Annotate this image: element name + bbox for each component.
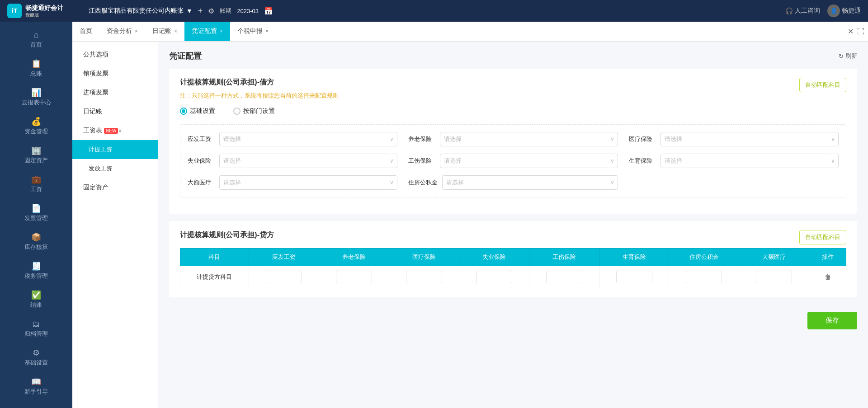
tab-bar-controls: ✕ ⛶ [844,22,868,41]
nav-public-options[interactable]: 公共选项 [72,45,158,64]
sidebar-item-inventory[interactable]: 📦 库存核算 [0,228,72,257]
sidebar-item-salary[interactable]: 💼 工资 [0,170,72,199]
select-pension[interactable]: 请选择 ∨ [440,132,618,146]
main-panel: 凭证配置 ↻ 刷新 计提核算规则(公司承担)-借方 注：只能选择一种方式，系统将… [158,42,868,408]
tab-journal-close[interactable]: × [174,28,177,34]
radio-dept-circle [233,108,241,115]
avatar: 👤 [827,5,840,17]
company-selector[interactable]: 江西服宝精品有限责任公司内账张 ▼ [89,7,193,15]
sidebar-item-cloud-report[interactable]: 📊 云报表中心 [0,83,72,112]
tab-home-label: 首页 [80,27,92,35]
radio-basic-label: 基础设置 [190,107,215,115]
tab-voucher-config[interactable]: 凭证配置 × [184,22,230,41]
user-info[interactable]: 👤 畅捷通 [827,5,861,17]
nav-fixed-assets[interactable]: 固定资产 [72,178,158,197]
sidebar-item-guide[interactable]: 📖 新手引导 [0,372,72,401]
sidebar-item-tax[interactable]: 🧾 税务管理 [0,257,72,286]
tab-voucher-config-label: 凭证配置 [192,27,217,35]
select-housing-fund[interactable]: 请选择 ∨ [442,175,618,190]
cell-subject-label: 计提贷方科目 [180,266,249,288]
credit-section: 计提核算规则(公司承担)-贷方 自动匹配科目 科目 应发工资 养老保险 医疗保险… [169,221,857,297]
form-row-medical: 医疗保险 请选择 ∨ [629,132,839,146]
col-subject: 科目 [180,249,249,266]
tab-fund-analysis-close[interactable]: × [135,28,138,34]
form-row-unemployment: 失业保险 请选择 ∨ [188,154,397,168]
input-medical[interactable] [406,271,442,283]
tab-voucher-config-close[interactable]: × [220,28,223,34]
cell-work-injury-input [529,266,599,288]
input-unemployment[interactable] [476,271,512,283]
tab-tax-report[interactable]: 个税申报 × [230,22,276,41]
nav-pay-salary[interactable]: 发放工资 [72,159,158,178]
nav-sales-invoice[interactable]: 销项发票 [72,64,158,83]
tab-journal[interactable]: 日记账 × [145,22,184,41]
settings-icon[interactable]: ⚙ [208,7,214,15]
sidebar-item-basic-settings[interactable]: ⚙ 基础设置 [0,343,72,372]
report-icon: 📊 [31,89,41,97]
input-housing-fund[interactable] [686,271,722,283]
select-payroll[interactable]: 请选择 ∨ [219,132,397,146]
label-work-injury: 工伤保险 [408,157,435,165]
input-large-medical[interactable] [756,271,792,283]
select-unemployment[interactable]: 请选择 ∨ [219,154,397,168]
save-button[interactable]: 保存 [807,312,857,329]
sidebar: ⌂ 首页 📋 总账 📊 云报表中心 💰 资金管理 🏢 固定资产 💼 工资 📄 发… [0,22,72,408]
sidebar-item-settlement[interactable]: ✅ 结账 [0,286,72,314]
form-row-maternity: 生育保险 请选择 ∨ [629,154,839,168]
sidebar-item-general-ledger[interactable]: 📋 总账 [0,54,72,83]
sidebar-item-fixed-assets[interactable]: 🏢 固定资产 [0,141,72,170]
input-maternity[interactable] [616,271,652,283]
col-work-injury: 工伤保险 [529,249,599,266]
input-pension[interactable] [336,271,372,283]
content-area: 首页 资金分析 × 日记账 × 凭证配置 × 个税申报 × ✕ ⛶ [72,22,868,408]
cell-payroll-input [249,266,319,288]
tab-home[interactable]: 首页 [72,22,99,41]
select-maternity[interactable]: 请选择 ∨ [660,154,839,168]
select-large-medical-display: 请选择 [219,175,397,190]
new-badge: NEW [104,128,118,134]
nav-calc-salary[interactable]: 计提工资 [72,140,158,159]
radio-basic[interactable]: 基础设置 [180,107,215,115]
sidebar-label-fund: 资金管理 [24,127,48,136]
select-medical-display: 请选择 [660,132,839,146]
page-body: 公共选项 销项发票 进项发票 日记账 工资表 NEW ∨ 计提工资 [72,42,868,408]
tab-expand[interactable]: ⛶ [857,28,864,36]
app-logo: iT 畅捷通好会计 旗舰版 [7,4,80,19]
add-button[interactable]: + [198,6,203,16]
sidebar-item-archive[interactable]: 🗂 归档管理 [0,314,72,343]
credit-auto-match-btn[interactable]: 自动匹配科目 [799,230,846,244]
sidebar-item-invoice[interactable]: 📄 发票管理 [0,199,72,228]
col-maternity: 生育保险 [599,249,669,266]
sidebar-item-home[interactable]: ⌂ 首页 [0,25,72,54]
sidebar-item-fund[interactable]: 💰 资金管理 [0,112,72,141]
input-payroll[interactable] [266,271,302,283]
select-work-injury[interactable]: 请选择 ∨ [440,154,618,168]
radio-department[interactable]: 按部门设置 [233,107,275,115]
form-row-large-medical: 大额医疗 请选择 ∨ [188,175,397,190]
cell-pension-input [319,266,389,288]
debit-auto-match-btn[interactable]: 自动匹配科目 [799,78,846,92]
label-unemployment: 失业保险 [188,157,215,165]
support-btn[interactable]: 🎧 人工咨询 [785,7,820,15]
delete-row-btn[interactable]: 🗑 [825,273,831,281]
select-unemployment-display: 请选择 [219,154,397,168]
cell-housing-fund-input [669,266,739,288]
sidebar-label-salary: 工资 [30,185,42,193]
tab-tax-report-close[interactable]: × [265,28,269,34]
refresh-button[interactable]: ↻ 刷新 [839,52,857,60]
sidebar-label-basic-settings: 基础设置 [24,359,48,367]
sidebar-item-member[interactable]: ♦ 畅会员 [0,401,72,408]
nav-salary-table-group[interactable]: 工资表 NEW ∨ [72,121,158,140]
input-work-injury[interactable] [546,271,582,283]
nav-journal[interactable]: 日记账 [72,102,158,121]
table-row: 计提贷方科目 🗑 [180,266,846,288]
calendar-icon[interactable]: 📅 [264,7,273,15]
select-large-medical[interactable]: 请选择 ∨ [219,175,397,190]
nav-purchase-invoice[interactable]: 进项发票 [72,83,158,102]
tab-fund-analysis[interactable]: 资金分析 × [99,22,145,41]
tab-bar: 首页 资金分析 × 日记账 × 凭证配置 × 个税申报 × ✕ ⛶ [72,22,868,42]
select-medical[interactable]: 请选择 ∨ [660,132,839,146]
radio-group: 基础设置 按部门设置 [180,107,799,115]
tab-close-window[interactable]: ✕ [848,27,854,36]
tab-journal-label: 日记账 [152,27,171,35]
